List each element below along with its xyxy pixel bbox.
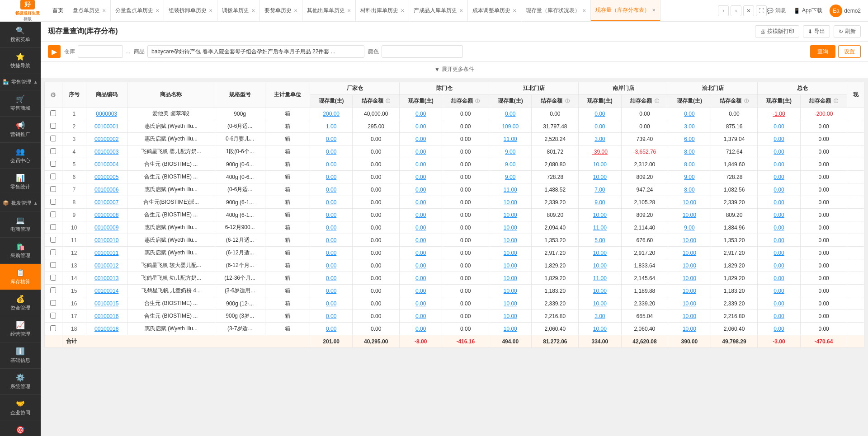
row-select[interactable] — [45, 323, 62, 335]
tab-close-t3[interactable]: ✕ — [209, 8, 212, 13]
tab-close-t1[interactable]: ✕ — [102, 8, 106, 13]
sidebar-item-retail[interactable]: 🏪零售管理▲ — [0, 74, 41, 90]
tab-close-t6[interactable]: ✕ — [347, 8, 351, 13]
row-jiangbei-stock: 11.00 — [489, 183, 532, 196]
color-input[interactable] — [382, 45, 463, 58]
sidebar-item-guide[interactable]: 🎯新手引导 — [0, 421, 41, 436]
user-area[interactable]: Ea demo2 — [830, 5, 861, 17]
sidebar-item-member[interactable]: 👥会员中心 — [0, 143, 41, 169]
jiangbei-info-icon[interactable]: ⓘ — [565, 98, 570, 103]
chen-info-icon[interactable]: ⓘ — [475, 98, 480, 103]
tab-t9[interactable]: 成本调整单历史✕ — [468, 0, 521, 21]
row-select[interactable] — [45, 297, 62, 310]
tab-t11[interactable]: 现存量（库存分布表）✕ — [591, 0, 660, 21]
tab-close-t9[interactable]: ✕ — [513, 8, 516, 13]
row-yubei-amt: 2,216.80 — [711, 310, 758, 323]
tab-close-t2[interactable]: ✕ — [156, 8, 159, 13]
row-chen-amt: 0.00 — [442, 323, 489, 335]
tab-t4[interactable]: 调拨单历史✕ — [217, 0, 260, 21]
row-select[interactable] — [45, 209, 62, 221]
filter-expand-toggle[interactable]: ▶ — [48, 45, 61, 58]
sidebar-item-collab[interactable]: 🤝企业协同 — [0, 395, 41, 421]
row-unit: 箱 — [265, 247, 310, 259]
tab-close-t10[interactable]: ✕ — [582, 8, 586, 13]
row-select[interactable] — [45, 133, 62, 145]
tab-close-t5[interactable]: ✕ — [294, 8, 297, 13]
yubei-info-icon[interactable]: ⓘ — [744, 98, 749, 103]
row-total-amt: 0.00 — [800, 183, 847, 196]
tab-t7[interactable]: 材料出库单历史✕ — [356, 0, 409, 21]
sidebar-item-finance[interactable]: 💰资金管理 — [0, 290, 41, 316]
row-select[interactable] — [45, 247, 62, 259]
row-index: 6 — [62, 171, 86, 183]
row-select[interactable] — [45, 272, 62, 285]
tab-home[interactable]: 首页 — [48, 0, 68, 21]
tab-fullscreen-btn[interactable]: ⛶ — [756, 5, 767, 16]
tab-t10[interactable]: 现存量（库存状况表）✕ — [521, 0, 591, 21]
row-select[interactable] — [45, 221, 62, 234]
sidebar-item-management[interactable]: 📈经营管理 — [0, 316, 41, 342]
tab-prev-btn[interactable]: ‹ — [718, 5, 729, 16]
tab-close-btn[interactable]: ✕ — [743, 5, 754, 16]
message-btn[interactable]: 💬 消息 — [767, 7, 786, 14]
row-select[interactable] — [45, 120, 62, 133]
tab-t6[interactable]: 其他出库单历史✕ — [302, 0, 356, 21]
sidebar-item-wholesale[interactable]: 📦批发管理▲ — [0, 195, 41, 211]
summary-total-amt: -470.64 — [800, 335, 847, 348]
tab-t5[interactable]: 要货单历史✕ — [260, 0, 302, 21]
row-unit: 箱 — [265, 310, 310, 323]
row-select[interactable] — [45, 310, 62, 323]
goods-input[interactable] — [147, 45, 364, 58]
tab-close-t4[interactable]: ✕ — [251, 8, 255, 13]
print-btn[interactable]: 🖨 按模版打印 — [755, 25, 799, 38]
sidebar-item-system[interactable]: ⚙️系统管理 — [0, 369, 41, 395]
row-select[interactable] — [45, 183, 62, 196]
row-index: 2 — [62, 120, 86, 133]
total-info-icon[interactable]: ⓘ — [834, 98, 838, 103]
sidebar-icon-management: 📈 — [16, 321, 25, 329]
query-btn[interactable]: 查询 — [810, 45, 835, 58]
settings-btn[interactable]: 设置 — [838, 45, 861, 58]
row-select[interactable] — [45, 259, 62, 272]
app-download-btn[interactable]: 📱 App下载 — [793, 7, 822, 14]
sidebar-item-inventory[interactable]: 📋库存核算 — [0, 264, 41, 290]
tab-t3[interactable]: 组装拆卸单历史✕ — [164, 0, 217, 21]
sidebar-item-marketing[interactable]: 📢营销推广 — [0, 117, 41, 143]
row-select[interactable] — [45, 145, 62, 158]
export-btn[interactable]: ⬇ 导出 — [803, 25, 830, 38]
nanan-amt-header: 结存金额 ⓘ — [621, 95, 668, 108]
sidebar-item-base[interactable]: ℹ️基础信息 — [0, 342, 41, 369]
row-select[interactable] — [45, 158, 62, 171]
row-select[interactable] — [45, 108, 62, 120]
row-name: 惠氏启赋 (Wyeth illu... — [127, 234, 215, 247]
tab-t8[interactable]: 产成品入库单历史✕ — [409, 0, 468, 21]
sidebar-item-mall[interactable]: 🛒零售商城 — [0, 90, 41, 117]
tab-label: 组装拆卸单历史 — [169, 7, 207, 14]
nanan-info-icon[interactable]: ⓘ — [655, 98, 659, 103]
warehouse-input[interactable] — [78, 45, 123, 58]
sidebar-item-stats[interactable]: 📊零售统计 — [0, 169, 41, 195]
tab-close-t11[interactable]: ✕ — [652, 8, 656, 13]
factory-info-icon[interactable]: ⓘ — [386, 98, 390, 103]
row-nanan-stock: 10.00 — [579, 247, 621, 259]
sidebar-item-ecommerce[interactable]: 💻电商管理 — [0, 211, 41, 238]
gear-icon[interactable]: ⚙ — [50, 91, 56, 98]
tab-close-t7[interactable]: ✕ — [401, 8, 404, 13]
row-select[interactable] — [45, 171, 62, 183]
tab-close-t8[interactable]: ✕ — [459, 8, 463, 13]
row-select[interactable] — [45, 285, 62, 297]
row-name: 飞鹤星飞帆 儿童奶粉 4... — [127, 285, 215, 297]
sidebar-item-purchase[interactable]: 🛍️采购管理 — [0, 238, 41, 264]
row-nanan-amt: 739.40 — [621, 133, 668, 145]
sidebar-item-search[interactable]: 🔍搜索英单 — [0, 22, 41, 48]
row-chen-stock: 0.00 — [400, 310, 442, 323]
row-select[interactable] — [45, 196, 62, 209]
sidebar-item-nav[interactable]: ⭐快捷导航 — [0, 48, 41, 74]
tab-next-btn[interactable]: › — [731, 5, 741, 16]
refresh-btn[interactable]: ↻ 刷新 — [834, 25, 861, 38]
row-chen-stock: 0.00 — [400, 247, 442, 259]
row-select[interactable] — [45, 234, 62, 247]
tab-t1[interactable]: 盘点单历史✕ — [68, 0, 111, 21]
expand-more-btn[interactable]: ▼ 展开更多条件 — [431, 64, 478, 75]
tab-t2[interactable]: 分量盘点单历史✕ — [111, 0, 164, 21]
